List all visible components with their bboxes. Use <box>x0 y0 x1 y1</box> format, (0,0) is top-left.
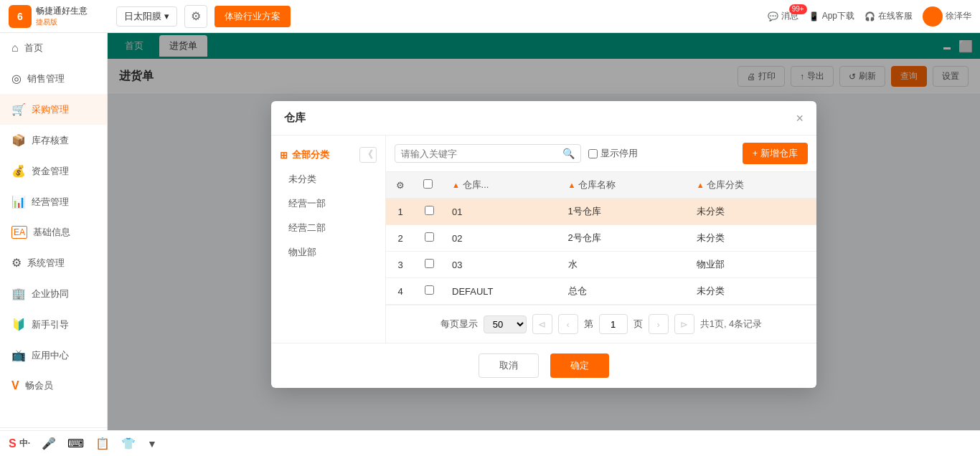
sidebar-item-basic[interactable]: EA 基础信息 <box>0 217 107 247</box>
system-icon: ⚙ <box>11 256 22 270</box>
warehouse-table: ⚙ ▲ 仓库... <box>386 172 816 305</box>
mic-icon[interactable]: 🎤 <box>42 437 56 450</box>
enterprise-icon: 🏢 <box>11 287 26 300</box>
newbie-icon: 🔰 <box>11 318 26 331</box>
pagination: 每页显示 50 10 20 100 ⊲ ‹ 第 页 <box>386 305 816 343</box>
app-download-item[interactable]: 📱 App下载 <box>809 10 854 22</box>
bottom-logo: S 中· <box>9 437 30 450</box>
page-size-select[interactable]: 50 10 20 100 <box>484 315 527 333</box>
trial-button[interactable]: 体验行业方案 <box>215 6 291 27</box>
row-category: 未分类 <box>688 278 816 305</box>
row-category: 未分类 <box>688 225 816 252</box>
th-name: ▲ 仓库名称 <box>560 172 688 199</box>
category-collapse-button[interactable]: 《 <box>359 147 377 163</box>
row-code: 01 <box>443 199 560 225</box>
row-checkbox <box>415 252 443 278</box>
row-select-1[interactable] <box>425 206 434 215</box>
modal-title: 仓库 <box>284 111 306 125</box>
row-name: 总仓 <box>560 278 688 305</box>
row-num: 4 <box>386 278 415 305</box>
row-checkbox <box>415 199 443 225</box>
category-all-btn[interactable]: ⊞ 全部分类 <box>280 148 329 161</box>
table-row[interactable]: 3 03 水 物业部 <box>386 252 816 278</box>
search-input[interactable] <box>401 148 562 159</box>
th-checkbox <box>415 172 443 199</box>
table-row[interactable]: 4 DEFAULT 总仓 未分类 <box>386 278 816 305</box>
settings-button[interactable]: ⚙ <box>184 5 207 28</box>
app-center-icon: 📺 <box>11 348 26 362</box>
th-gear: ⚙ <box>386 172 415 199</box>
sidebar-item-app-center[interactable]: 📺 应用中心 <box>0 340 107 371</box>
table-row[interactable]: 1 01 1号仓库 未分类 <box>386 199 816 225</box>
page-label: 第 <box>584 318 593 331</box>
dropdown-icon: ▾ <box>164 11 169 22</box>
category-panel: ⊞ 全部分类 《 未分类 经营一部 经营二部 <box>271 136 386 343</box>
user-profile[interactable]: 徐泽华 <box>923 6 971 27</box>
search-icon[interactable]: 🔍 <box>562 148 575 159</box>
sidebar-item-finance[interactable]: 💰 资金管理 <box>0 156 107 186</box>
gear-col-icon: ⚙ <box>396 180 405 191</box>
last-page-button[interactable]: ⊳ <box>674 314 694 334</box>
category-item-dept2[interactable]: 经营二部 <box>271 216 385 240</box>
category-item-property[interactable]: 物业部 <box>271 240 385 265</box>
store-selector[interactable]: 日太阳膜 ▾ <box>116 6 177 27</box>
row-num: 3 <box>386 252 415 278</box>
basic-icon: EA <box>11 226 27 239</box>
chevron-down-icon[interactable]: ▼ <box>147 438 157 450</box>
online-service-item[interactable]: 🎧 在线客服 <box>864 10 913 22</box>
row-name: 水 <box>560 252 688 278</box>
modal-footer: 取消 确定 <box>271 343 816 388</box>
row-num: 2 <box>386 225 415 252</box>
content-area: 首页 进货单 🗕 ⬜ 进货单 🖨 打印 ↑ 导出 <box>108 33 980 456</box>
table-row[interactable]: 2 02 2号仓库 未分类 <box>386 225 816 252</box>
sidebar-item-purchase[interactable]: 🛒 采购管理 <box>0 94 107 125</box>
logo-badge: 捷易版 <box>36 17 88 27</box>
cancel-button[interactable]: 取消 <box>479 353 539 378</box>
sidebar-item-newbie[interactable]: 🔰 新手引导 <box>0 309 107 340</box>
modal-close-button[interactable]: × <box>796 112 804 125</box>
sales-icon: ◎ <box>11 72 22 85</box>
operations-icon: 📊 <box>11 195 26 209</box>
row-checkbox <box>415 278 443 305</box>
show-disabled-checkbox[interactable] <box>588 149 598 158</box>
grid-icon: ⊞ <box>280 150 288 161</box>
select-all-checkbox[interactable] <box>423 179 433 189</box>
sidebar-item-operations[interactable]: 📊 经营管理 <box>0 186 107 217</box>
category-item-unclassified[interactable]: 未分类 <box>271 167 385 191</box>
sidebar-item-inventory[interactable]: 📦 库存核查 <box>0 125 107 156</box>
sidebar-item-system[interactable]: ⚙ 系统管理 <box>0 247 107 278</box>
data-table: ⚙ ▲ 仓库... <box>386 172 816 305</box>
logo-icon: 6 <box>9 5 32 28</box>
row-name: 2号仓库 <box>560 225 688 252</box>
sort-icon-code: ▲ <box>452 181 460 189</box>
prev-page-button[interactable]: ‹ <box>558 314 578 334</box>
phone-icon: 📱 <box>809 11 819 22</box>
messages-item[interactable]: 💬 消息 99+ <box>768 10 798 22</box>
page-suffix: 页 <box>633 318 643 331</box>
next-page-button[interactable]: › <box>649 314 669 334</box>
row-num: 1 <box>386 199 415 225</box>
first-page-button[interactable]: ⊲ <box>532 314 552 334</box>
keyboard-icon[interactable]: ⌨ <box>67 437 84 450</box>
sidebar-item-enterprise[interactable]: 🏢 企业协同 <box>0 278 107 309</box>
shirt-icon[interactable]: 👕 <box>121 437 136 450</box>
gear-icon: ⚙ <box>191 9 201 23</box>
add-warehouse-button[interactable]: + 新增仓库 <box>743 143 808 164</box>
purchase-icon: 🛒 <box>11 103 26 116</box>
header-mid: 日太阳膜 ▾ ⚙ 体验行业方案 <box>116 5 768 28</box>
category-item-dept1[interactable]: 经营一部 <box>271 191 385 216</box>
sidebar-item-home[interactable]: ⌂ 首页 <box>0 33 107 63</box>
members-icon: V <box>11 379 19 392</box>
confirm-button[interactable]: 确定 <box>550 353 609 378</box>
clipboard-icon[interactable]: 📋 <box>95 437 110 450</box>
sidebar-item-sales[interactable]: ◎ 销售管理 <box>0 63 107 94</box>
page-number-input[interactable] <box>599 314 628 334</box>
row-select-2[interactable] <box>425 232 434 242</box>
sidebar: ⌂ 首页 ◎ 销售管理 🛒 采购管理 📦 库存核查 💰 资金管理 📊 经营管理 … <box>0 33 108 456</box>
show-disabled-label: 显示停用 <box>588 147 638 160</box>
sidebar-item-members[interactable]: V 畅会员 <box>0 371 107 401</box>
sort-icon-cat: ▲ <box>697 181 705 189</box>
row-select-4[interactable] <box>425 285 434 295</box>
table-header: ⚙ ▲ 仓库... <box>386 172 816 199</box>
row-select-3[interactable] <box>425 259 434 268</box>
